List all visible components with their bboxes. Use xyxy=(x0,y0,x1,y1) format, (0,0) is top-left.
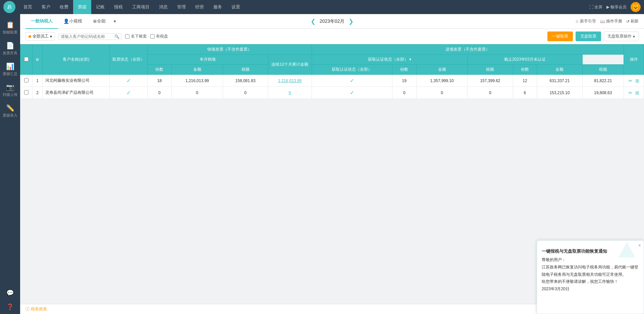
sidebar-bottom-actions: 💬 ❓ xyxy=(6,286,14,314)
row-checkbox-1[interactable] xyxy=(24,90,29,95)
th-sales-month: 本月销项 xyxy=(148,55,268,65)
tab-general-label: 一般纳税人 xyxy=(31,18,53,24)
tab-more-dropdown[interactable]: ▾ xyxy=(111,19,119,24)
account-filter-checkbox[interactable]: 名下账套 xyxy=(125,34,147,39)
th-input-uncert-count: 份数 xyxy=(513,65,537,75)
tax-disk-filter-input[interactable] xyxy=(150,34,155,39)
nav-customer[interactable]: 客户 xyxy=(37,0,55,14)
notification-close-button[interactable]: × xyxy=(638,243,641,248)
account-filter-input[interactable] xyxy=(125,34,129,39)
employee-filter-chevron-icon: ▾ xyxy=(50,34,52,39)
avatar[interactable]: 🐱 xyxy=(631,2,641,12)
no-disk-ops-button[interactable]: 无盘取票操作 ▾ xyxy=(604,32,639,41)
fullscreen-icon: ⛶ xyxy=(589,5,593,9)
ticket-summary-icon: 📊 xyxy=(6,62,14,70)
table-row: 1 河北柯藤格实业有限公司 ✓ 18 1,216,013.99 158,081.… xyxy=(20,75,644,87)
settings-icon[interactable]: ⚙ xyxy=(36,57,39,62)
filter-toolbar: 全部员工 ▾ 🔍 名下账套 有税盘 一键取票 无盘取票 无盘取票操作 ▾ xyxy=(20,29,644,44)
sales-cumulative-link-0[interactable]: 1,216,013.99 xyxy=(278,78,302,83)
nav-message[interactable]: 消息 xyxy=(154,0,172,14)
th-input-period: 获取认证状态（全部） ▾ xyxy=(312,55,468,65)
nav-operation[interactable]: 经营 xyxy=(191,0,209,14)
download-icon-0[interactable]: ⊞ xyxy=(635,78,639,83)
th-input-period-cert-filter[interactable]: ▾ xyxy=(409,57,411,62)
sidebar-chat[interactable]: 💬 xyxy=(6,286,14,300)
nav-tax[interactable]: 报税 xyxy=(109,0,127,14)
ticket-status-icon-1: ✓ xyxy=(126,90,131,96)
sidebar-item-smart-ticket[interactable]: 📋 智能取票 xyxy=(0,17,20,38)
member-button[interactable]: ▶ 畅享会员 xyxy=(606,4,627,10)
nav-service[interactable]: 服务 xyxy=(209,0,227,14)
search-input[interactable] xyxy=(61,34,114,39)
nav-home[interactable]: 首页 xyxy=(19,0,37,14)
select-all-checkbox[interactable] xyxy=(24,57,29,61)
sidebar-item-label-invoice-open: 发票开具 xyxy=(3,51,17,56)
tax-disk-filter-checkbox[interactable]: 有税盘 xyxy=(150,34,168,39)
fullscreen-label: 全屏 xyxy=(594,4,602,10)
nav-ticket[interactable]: 票据 xyxy=(73,0,91,14)
prev-month-button[interactable]: ❮ xyxy=(311,18,316,25)
tab-all-capable[interactable]: ⊕ 全能 xyxy=(88,14,111,29)
next-month-button[interactable]: ❯ xyxy=(348,18,354,25)
sidebar-help[interactable]: ❓ xyxy=(6,300,14,314)
info-icon: ⓘ xyxy=(25,306,30,312)
row-sales-amount-1: 0 xyxy=(171,87,223,99)
row-input-uncert-tax-1: 19,808.63 xyxy=(582,87,624,99)
sidebar-item-ticket-entry[interactable]: ✏️ 票据录入 xyxy=(0,101,20,121)
row-checkbox-cell xyxy=(20,87,33,99)
search-icon[interactable]: 🔍 xyxy=(114,34,119,39)
search-box: 🔍 xyxy=(58,33,122,40)
help-icon: ❓ xyxy=(6,303,14,311)
nav-business[interactable]: 工商项目 xyxy=(127,0,154,14)
edit-icon-1[interactable]: ✏ xyxy=(629,90,633,96)
tab-general-taxpayer[interactable]: 一般纳税人 xyxy=(25,14,58,29)
action-icons-container-0: ✏ ⊞ xyxy=(627,78,641,83)
one-key-ticket-button[interactable]: 一键取票 xyxy=(547,32,573,41)
new-guide-button[interactable]: ☆ 新手引导 xyxy=(575,18,596,24)
invoice-open-icon: 📄 xyxy=(6,42,14,50)
nav-fee[interactable]: 收费 xyxy=(55,0,73,14)
nav-accounting[interactable]: 记账 xyxy=(91,0,109,14)
logo[interactable]: 易 xyxy=(3,1,15,13)
no-disk-ticket-button[interactable]: 无盘取票 xyxy=(576,32,601,41)
tax-policy-link[interactable]: ⓘ 税务政策 xyxy=(25,306,47,312)
th-input-period-count: 份数 xyxy=(392,65,416,75)
ticket-status-icon-0: ✓ xyxy=(126,78,131,83)
row-ticket-status-1: ✓ xyxy=(110,87,148,99)
th-sales-cumulative: 连续12个月累计金额 xyxy=(268,55,312,75)
th-input-period-tax: 税额 xyxy=(468,65,513,75)
th-input-uncert-tax: 税额 xyxy=(582,65,624,75)
notification-date: 2023年3月20日 xyxy=(542,286,639,293)
sidebar-item-invoice-open[interactable]: 📄 发票开具 xyxy=(0,38,20,59)
th-input-uncert: 截止2023年03月未认证 xyxy=(468,55,582,65)
employee-filter-select[interactable]: 全部员工 ▾ xyxy=(25,32,55,41)
manual-button[interactable]: 📖 操作手册 xyxy=(600,18,622,24)
th-sales-tax: 税额 xyxy=(223,65,268,75)
refresh-button[interactable]: ↺ 刷新 xyxy=(626,18,639,24)
smart-ticket-icon: 📋 xyxy=(6,21,14,29)
row-sales-amount-0: 1,216,013.99 xyxy=(171,75,223,87)
download-icon-1[interactable]: ⊞ xyxy=(635,90,639,96)
row-input-period-tax-1: 0 xyxy=(468,87,513,99)
row-input-period-tax-0: 157,399.62 xyxy=(468,75,513,87)
row-sales-tax-1: 0 xyxy=(223,87,268,99)
row-checkbox-cell xyxy=(20,75,33,87)
table-row: 2 灵寿县尚泽矿产品有限公司 ✓ 0 0 0 0 ✓ 0 0 0 6 153,2… xyxy=(20,87,644,99)
th-sales-group: 销项发票（不含作废票） xyxy=(148,45,312,55)
edit-icon-0[interactable]: ✏ xyxy=(629,78,633,83)
row-checkbox-0[interactable] xyxy=(24,78,29,82)
left-sidebar: 📋 智能取票 📄 发票开具 📊 票据汇总 📷 扫描上传 ✏️ 票据录入 💬 ❓ xyxy=(0,14,20,314)
nav-settings[interactable]: 设置 xyxy=(227,0,245,14)
nav-manage[interactable]: 管理 xyxy=(172,0,191,14)
sidebar-item-scan-upload[interactable]: 📷 扫描上传 xyxy=(0,80,20,101)
filter-dot xyxy=(29,35,31,38)
th-sales-amount: 金额 xyxy=(171,65,223,75)
row-input-uncert-amount-1: 153,215.10 xyxy=(537,87,582,99)
manual-icon: 📖 xyxy=(600,19,605,24)
tab-small-scale[interactable]: 👤 小规模 xyxy=(58,14,88,29)
sales-cumulative-link-1[interactable]: 0 xyxy=(289,90,291,95)
fullscreen-button[interactable]: ⛶ 全屏 xyxy=(589,4,602,10)
th-checkbox xyxy=(20,45,33,75)
cert-status-icon-1: ✓ xyxy=(350,90,354,96)
sidebar-item-ticket-summary[interactable]: 📊 票据汇总 xyxy=(0,59,20,80)
